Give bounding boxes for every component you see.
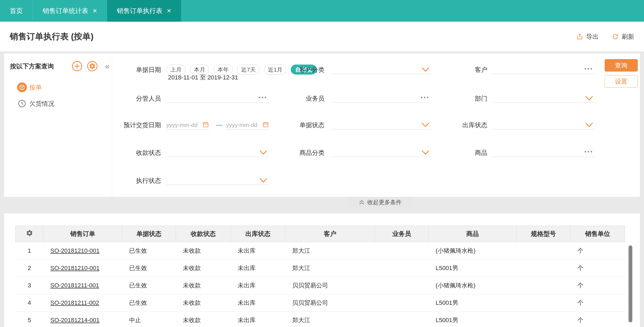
ellipsis-icon: [584, 68, 593, 70]
order-link[interactable]: SO-20181210-001: [50, 265, 100, 271]
outbound-status-field[interactable]: [492, 117, 595, 129]
query-button[interactable]: 查询: [605, 59, 638, 72]
title-actions: 导出 刷新: [576, 33, 634, 41]
sidebar-item-by-order[interactable]: 按单: [17, 82, 42, 92]
settings-button[interactable]: 设置: [605, 75, 638, 88]
product-field[interactable]: [492, 145, 595, 157]
chevron-down-icon: [585, 96, 593, 101]
product-category-label: 商品分类: [276, 149, 324, 157]
cell-doc-status: 已生效: [122, 294, 176, 312]
table-row: 2 SO-20181210-001 已生效 未收款 未出库 郑大江 L5001男…: [15, 259, 625, 277]
department-label: 部门: [438, 94, 487, 102]
doc-status-label: 单据状态: [276, 121, 324, 129]
add-scheme-button[interactable]: [71, 60, 83, 72]
cell-row-index: 2: [15, 259, 43, 277]
cell-order: SO-20181211-002: [43, 294, 122, 312]
collapse-more-button[interactable]: 收起更多条件: [347, 197, 413, 207]
calendar-icon[interactable]: [262, 121, 269, 128]
manager-label: 分管人员: [112, 94, 161, 102]
cell-spec: [517, 277, 570, 294]
exec-status-field[interactable]: [166, 173, 269, 185]
plus-circle-icon: [71, 60, 83, 72]
app: 首页 销售订单统计表 × 销售订单执行表 × 销售订单执行表 (按单) 导出: [0, 0, 644, 327]
date-range-dash: —: [216, 121, 222, 129]
product-category-field[interactable]: [331, 145, 431, 157]
quick-range-this-month[interactable]: 本月: [190, 65, 209, 75]
tab-sales-order-stats[interactable]: 销售订单统计表 ×: [33, 0, 107, 22]
double-chevron-up-icon: [359, 200, 365, 205]
cube-icon: [17, 82, 27, 92]
cell-payment-status: 未收款: [176, 242, 231, 259]
tab-home[interactable]: 首页: [0, 0, 33, 22]
sidebar-item-shortage[interactable]: 欠货情况: [17, 98, 54, 109]
column-header-doc-status[interactable]: 单据状态: [122, 226, 176, 242]
delivery-date-start: [166, 120, 209, 130]
chevron-down-icon: [259, 150, 267, 155]
refresh-button[interactable]: 刷新: [612, 33, 634, 41]
order-link[interactable]: SO-20181210-001: [50, 247, 100, 254]
column-header-spec[interactable]: 规格型号: [517, 226, 570, 242]
close-icon[interactable]: ×: [93, 7, 97, 15]
column-header-outbound-status[interactable]: 出库状态: [231, 226, 285, 242]
manager-field[interactable]: [166, 91, 269, 103]
cell-unit: 个: [570, 259, 625, 277]
doc-date-label: 单据日期: [112, 66, 161, 74]
cell-customer: 郑大江: [285, 312, 375, 327]
column-header-order[interactable]: 销售订单: [43, 226, 122, 242]
delivery-date-end-input[interactable]: [226, 120, 261, 129]
payment-status-field[interactable]: [166, 145, 269, 157]
ellipsis-icon: [258, 96, 267, 99]
clock-icon: [17, 99, 27, 108]
tab-label: 销售订单统计表: [43, 7, 88, 15]
sidebar-collapse-button[interactable]: «: [101, 60, 113, 72]
calendar-icon[interactable]: [202, 121, 209, 128]
sidebar-title: 按以下方案查询: [10, 62, 54, 70]
order-link[interactable]: SO-20181211-002: [50, 299, 99, 306]
order-link[interactable]: SO-20181214-001: [50, 317, 100, 323]
scheme-settings-button[interactable]: [86, 60, 98, 72]
results-panel: 销售订单 单据状态 收款状态 出库状态 客户 业务员 商品 规格型号 销售单位 …: [4, 213, 640, 327]
column-settings-button[interactable]: [15, 226, 43, 242]
tab-label: 销售订单执行表: [117, 7, 162, 15]
cell-outbound-status: 未出库: [231, 294, 285, 312]
sidebar-item-label: 欠货情况: [29, 100, 54, 108]
cell-product: (小猪佩琦水枪): [429, 277, 517, 294]
column-header-payment-status[interactable]: 收款状态: [176, 226, 231, 242]
customer-category-field[interactable]: [331, 62, 431, 74]
vertical-scrollbar[interactable]: [629, 245, 632, 322]
cell-salesman: [375, 312, 429, 327]
tab-sales-order-exec[interactable]: 销售订单执行表 ×: [107, 0, 181, 22]
customer-category-label: 客户分类: [276, 66, 324, 74]
table-row: 3 SO-20181211-001 已生效 未收款 未出库 贝贝贸易公司 (小猪…: [15, 277, 625, 294]
table-row: 5 SO-20181214-001 中止 未收款 未出库 郑大江 L5001男 …: [15, 312, 625, 327]
delivery-date-end: [226, 120, 269, 130]
delivery-date-start-input[interactable]: [166, 120, 201, 129]
chevron-down-icon: [421, 150, 430, 155]
customer-field[interactable]: [492, 62, 595, 74]
cell-payment-status: 未收款: [176, 294, 231, 312]
cell-spec: [517, 242, 570, 259]
cell-unit: 个: [570, 294, 625, 312]
export-button[interactable]: 导出: [576, 33, 599, 41]
cell-row-index: 1: [15, 242, 43, 259]
collapse-more-label: 收起更多条件: [367, 198, 402, 206]
cell-unit: 个: [570, 277, 625, 294]
quick-range-this-year[interactable]: 本年: [214, 65, 233, 75]
cell-outbound-status: 未出库: [231, 312, 285, 327]
cell-customer: 贝贝贸易公司: [285, 277, 375, 294]
column-header-customer[interactable]: 客户: [285, 226, 375, 242]
column-header-salesman[interactable]: 业务员: [375, 226, 429, 242]
order-link[interactable]: SO-20181211-001: [50, 282, 99, 289]
close-icon[interactable]: ×: [167, 7, 171, 15]
quick-range-last-month[interactable]: 上月: [166, 65, 185, 75]
cell-doc-status: 已生效: [122, 242, 176, 259]
doc-status-field[interactable]: [331, 117, 431, 129]
department-field[interactable]: [492, 91, 595, 103]
cell-customer: 郑大江: [285, 259, 375, 277]
outbound-status-label: 出库状态: [438, 121, 487, 129]
column-header-unit[interactable]: 销售单位: [570, 226, 625, 242]
salesman-field[interactable]: [331, 91, 431, 103]
quick-range-last-7-days[interactable]: 近7天: [237, 65, 260, 75]
column-header-product[interactable]: 商品: [429, 226, 517, 242]
cell-spec: [517, 294, 570, 312]
